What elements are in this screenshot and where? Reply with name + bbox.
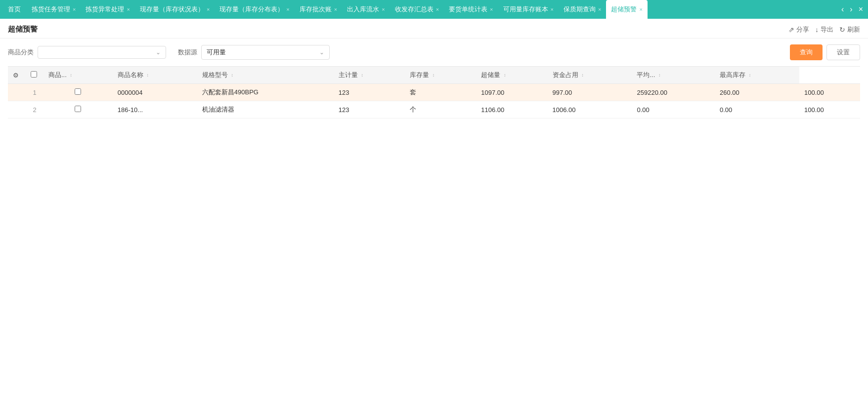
category-select[interactable]: ⌄ xyxy=(38,46,166,59)
datasource-value: 可用量 xyxy=(207,48,226,57)
datasource-chevron-icon: ⌄ xyxy=(319,49,324,56)
row-number: 1 xyxy=(26,84,43,101)
nav-tab-close-icon[interactable]: × xyxy=(207,6,210,12)
nav-tab-tab2[interactable]: 拣货异常处理× xyxy=(81,0,134,19)
nav-tab-close-icon[interactable]: × xyxy=(551,6,554,12)
refresh-icon: ↻ xyxy=(839,26,845,34)
row-capital: 0.00 xyxy=(632,101,715,118)
col-over-label: 超储量 xyxy=(481,71,500,79)
refresh-button[interactable]: ↻ 刷新 xyxy=(839,25,860,34)
row-avg: 260.00 xyxy=(715,84,799,101)
nav-prev-arrow[interactable]: ‹ xyxy=(838,5,847,14)
col-unit-header[interactable]: 主计量 ↕ xyxy=(334,67,405,84)
category-chevron-icon: ⌄ xyxy=(156,49,161,56)
col-stock-sort-icon[interactable]: ↕ xyxy=(433,73,435,78)
filter-row: 商品分类 ⌄ 数据源 可用量 ⌄ 查询 设置 xyxy=(0,39,868,66)
row-gear-cell xyxy=(8,84,26,101)
col-over-sort-icon[interactable]: ↕ xyxy=(504,73,506,78)
nav-tab-tab1[interactable]: 拣货任务管理× xyxy=(27,0,81,19)
col-maxstock-sort-icon[interactable]: ↕ xyxy=(749,73,751,78)
top-navigation: 首页 拣货任务管理×拣货异常处理×现存量（库存状况表）×现存量（库存分布表）×库… xyxy=(0,0,868,19)
nav-tab-label: 拣货任务管理 xyxy=(32,5,70,14)
col-gear-header[interactable]: ⚙ xyxy=(8,67,26,84)
col-stock-header[interactable]: 库存量 ↕ xyxy=(405,67,476,84)
nav-tab-close-icon[interactable]: × xyxy=(490,6,493,12)
nav-tab-close-icon[interactable]: × xyxy=(286,6,289,12)
row-maxstock: 100.00 xyxy=(799,84,860,101)
nav-tab-tab3[interactable]: 现存量（库存状况表）× xyxy=(135,0,215,19)
col-unit-label: 主计量 xyxy=(339,71,358,79)
nav-tab-close-icon[interactable]: × xyxy=(436,6,439,12)
nav-tab-close-icon[interactable]: × xyxy=(73,6,76,12)
nav-next-arrow[interactable]: › xyxy=(847,5,855,14)
table-wrapper: ⚙ 商品... ↕ 商品名称 ↕ 规格型号 ↕ xyxy=(0,66,868,118)
nav-tab-label: 现存量（库存分布表） xyxy=(219,5,284,14)
nav-tab-label: 收发存汇总表 xyxy=(395,5,434,14)
col-maxstock-label: 最高库存 xyxy=(720,71,745,79)
col-check-header[interactable] xyxy=(26,67,43,84)
nav-tab-tab6[interactable]: 出入库流水× xyxy=(342,0,390,19)
row-avg: 0.00 xyxy=(715,101,799,118)
col-avg-header[interactable]: 平均... ↕ xyxy=(632,67,715,84)
row-checkbox-cell xyxy=(43,84,113,101)
col-avg-sort-icon[interactable]: ↕ xyxy=(658,73,661,78)
select-all-checkbox[interactable] xyxy=(31,71,37,78)
col-avg-label: 平均... xyxy=(637,71,655,79)
nav-tab-close-icon[interactable]: × xyxy=(334,6,337,12)
nav-tab-tab11[interactable]: 超储预警× xyxy=(606,0,647,19)
share-icon: ⇗ xyxy=(788,26,794,34)
nav-tab-label: 要货单统计表 xyxy=(449,5,487,14)
nav-tab-label: 库存批次账 xyxy=(300,5,332,14)
row-gear-cell xyxy=(8,101,26,118)
col-maxstock-header[interactable]: 最高库存 ↕ xyxy=(715,67,799,84)
nav-tab-tab7[interactable]: 收发存汇总表× xyxy=(390,0,444,19)
row-stock: 1106.00 xyxy=(476,101,547,118)
col-stock-label: 库存量 xyxy=(410,71,429,79)
col-unit-sort-icon[interactable]: ↕ xyxy=(361,73,363,78)
col-name-sort-icon[interactable]: ↕ xyxy=(146,73,149,78)
row-code: 186-10... xyxy=(113,101,197,118)
page-content: 超储预警 ⇗ 分享 ↓ 导出 ↻ 刷新 商品分类 ⌄ 数据源 xyxy=(0,19,868,395)
nav-tab-close-icon[interactable]: × xyxy=(382,6,385,12)
page-header: 超储预警 ⇗ 分享 ↓ 导出 ↻ 刷新 xyxy=(0,19,868,39)
col-capital-label: 资金占用 xyxy=(553,71,578,79)
col-spec-sort-icon[interactable]: ↕ xyxy=(231,73,233,78)
col-name-label: 商品名称 xyxy=(118,71,143,79)
row-checkbox-cell xyxy=(43,101,113,118)
col-spec-header[interactable]: 规格型号 ↕ xyxy=(197,67,334,84)
row-checkbox[interactable] xyxy=(75,88,81,95)
page-title: 超储预警 xyxy=(8,25,38,34)
col-capital-sort-icon[interactable]: ↕ xyxy=(581,73,584,78)
query-button[interactable]: 查询 xyxy=(790,44,823,60)
nav-tab-close-icon[interactable]: × xyxy=(639,6,642,12)
nav-tab-tab4[interactable]: 现存量（库存分布表）× xyxy=(215,0,294,19)
nav-close-all[interactable]: × xyxy=(856,5,866,14)
col-code-sort-icon[interactable]: ↕ xyxy=(70,73,72,78)
row-code: 0000004 xyxy=(113,84,197,101)
col-code-header[interactable]: 商品... ↕ xyxy=(43,67,113,84)
nav-tab-tab9[interactable]: 可用量库存账本× xyxy=(498,0,559,19)
nav-tab-tab8[interactable]: 要货单统计表× xyxy=(444,0,498,19)
nav-home[interactable]: 首页 xyxy=(2,5,27,14)
share-label: 分享 xyxy=(796,25,809,34)
col-over-header[interactable]: 超储量 ↕ xyxy=(476,67,547,84)
row-checkbox[interactable] xyxy=(75,106,81,112)
settings-button[interactable]: 设置 xyxy=(826,44,860,60)
col-capital-header[interactable]: 资金占用 ↕ xyxy=(548,67,632,84)
table-row: 2 186-10... 机油滤清器 123 个 1106.00 1006.00 … xyxy=(8,101,860,118)
table-row: 1 0000004 六配套新昌490BPG 123 套 1097.00 997.… xyxy=(8,84,860,101)
col-name-header[interactable]: 商品名称 ↕ xyxy=(113,67,197,84)
nav-tab-tab10[interactable]: 保质期查询× xyxy=(559,0,606,19)
nav-tab-close-icon[interactable]: × xyxy=(598,6,601,12)
table-header-row: ⚙ 商品... ↕ 商品名称 ↕ 规格型号 ↕ xyxy=(8,67,860,84)
category-filter: 商品分类 ⌄ xyxy=(8,46,166,59)
datasource-select[interactable]: 可用量 ⌄ xyxy=(201,45,330,60)
row-number: 2 xyxy=(26,101,43,118)
row-over: 1006.00 xyxy=(548,101,632,118)
nav-tab-tab5[interactable]: 库存批次账× xyxy=(295,0,342,19)
nav-tab-close-icon[interactable]: × xyxy=(127,6,130,12)
refresh-label: 刷新 xyxy=(847,25,860,34)
export-button[interactable]: ↓ 导出 xyxy=(815,25,833,34)
share-button[interactable]: ⇗ 分享 xyxy=(788,25,809,34)
gear-settings-icon[interactable]: ⚙ xyxy=(13,72,19,79)
